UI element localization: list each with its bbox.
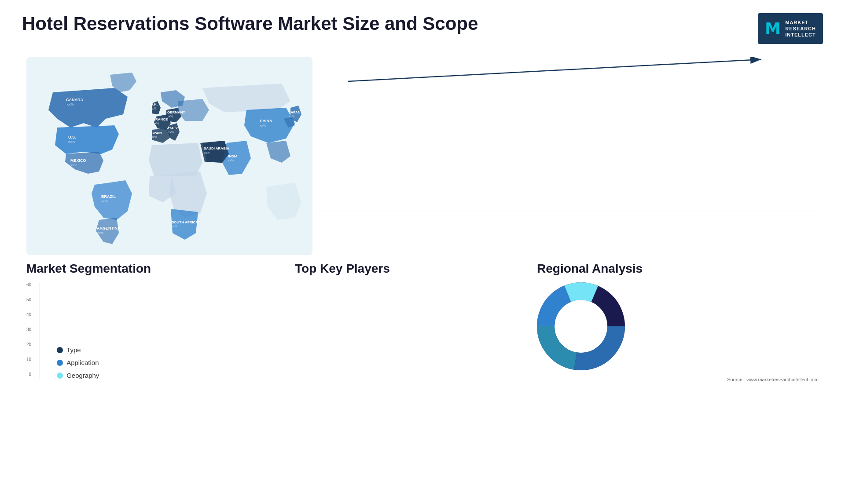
svg-text:INDIA: INDIA [228, 154, 238, 158]
svg-text:xx%: xx% [260, 124, 266, 128]
svg-text:xx%: xx% [172, 225, 177, 228]
svg-text:JAPAN: JAPAN [289, 110, 301, 114]
seg-bars-container [40, 282, 44, 379]
application-label: Application [66, 359, 99, 366]
geography-label: Geography [66, 372, 99, 379]
svg-text:SAUDI ARABIA: SAUDI ARABIA [204, 146, 229, 150]
svg-text:xx%: xx% [97, 231, 103, 235]
donut-chart [537, 282, 625, 370]
svg-text:ARGENTINA: ARGENTINA [97, 226, 121, 230]
svg-text:xx%: xx% [167, 115, 173, 118]
svg-text:FRANCE: FRANCE [153, 117, 168, 121]
svg-text:xx%: xx% [68, 140, 75, 144]
legend-geography: Geography [57, 372, 99, 379]
header: Hotel Reservations Software Market Size … [22, 13, 823, 44]
logo-line2: RESEARCH [785, 26, 816, 31]
svg-text:xx%: xx% [228, 159, 234, 162]
legend-type: Type [57, 346, 99, 354]
svg-text:MEXICO: MEXICO [70, 158, 86, 163]
svg-text:xx%: xx% [70, 163, 77, 167]
bar-chart-section [308, 53, 823, 255]
world-map-svg: CANADA xx% U.S. xx% MEXICO xx% BRAZIL xx… [26, 57, 312, 255]
donut-svg [537, 282, 625, 370]
svg-text:U.K.: U.K. [151, 102, 158, 106]
bottom-row: Market Segmentation 60 50 40 30 20 10 0 [22, 257, 823, 387]
svg-text:xx%: xx% [101, 199, 108, 203]
logo-m-icon: 𝗠 [765, 18, 781, 40]
svg-text:xx%: xx% [168, 131, 174, 134]
logo-text: MARKET RESEARCH INTELLECT [785, 19, 816, 38]
svg-text:ITALY: ITALY [168, 126, 178, 130]
svg-text:xx%: xx% [151, 107, 156, 110]
regional-content [537, 282, 819, 370]
regional-title: Regional Analysis [537, 262, 819, 276]
svg-text:CHINA: CHINA [260, 119, 272, 123]
application-dot [57, 360, 63, 366]
logo-box: 𝗠 MARKET RESEARCH INTELLECT [758, 13, 823, 44]
seg-chart-container: 60 50 40 30 20 10 0 Type [26, 282, 273, 379]
svg-text:SPAIN: SPAIN [151, 131, 162, 135]
legend-application: Application [57, 359, 99, 366]
logo-line3: INTELLECT [785, 32, 816, 37]
svg-point-37 [559, 304, 603, 348]
canada-label: CANADA [66, 98, 83, 102]
svg-text:xx%: xx% [67, 102, 73, 106]
y-labels: 60 50 40 30 20 10 0 [26, 282, 33, 379]
page-title: Hotel Reservations Software Market Size … [22, 13, 478, 34]
map-section: CANADA xx% U.S. xx% MEXICO xx% BRAZIL xx… [22, 53, 308, 255]
players-title: Top Key Players [295, 262, 515, 276]
svg-text:xx%: xx% [204, 151, 209, 154]
logo-line1: MARKET [785, 20, 808, 25]
svg-text:GERMANY: GERMANY [167, 110, 186, 114]
type-dot [57, 347, 63, 353]
svg-text:SOUTH AFRICA: SOUTH AFRICA [172, 220, 198, 224]
svg-text:xx%: xx% [153, 122, 159, 125]
type-label: Type [66, 346, 81, 354]
segmentation-section: Market Segmentation 60 50 40 30 20 10 0 [22, 257, 277, 387]
source-text: Source : www.marketresearchintellect.com [537, 377, 819, 382]
bar-chart-wrapper [317, 57, 814, 242]
svg-text:BRAZIL: BRAZIL [101, 194, 116, 199]
geography-dot [57, 373, 63, 379]
segmentation-title: Market Segmentation [26, 262, 273, 276]
players-section: Top Key Players [290, 257, 519, 387]
page-container: Hotel Reservations Software Market Size … [0, 0, 845, 504]
top-row: CANADA xx% U.S. xx% MEXICO xx% BRAZIL xx… [22, 53, 823, 255]
bars-container [317, 57, 814, 211]
logo-area: 𝗠 MARKET RESEARCH INTELLECT [758, 13, 823, 44]
svg-text:xx%: xx% [289, 115, 294, 118]
svg-text:U.S.: U.S. [68, 135, 76, 139]
svg-text:xx%: xx% [151, 135, 157, 139]
seg-legend: Type Application Geography [57, 346, 99, 379]
regional-section: Regional Analysis Source : www.marketres… [533, 257, 823, 387]
